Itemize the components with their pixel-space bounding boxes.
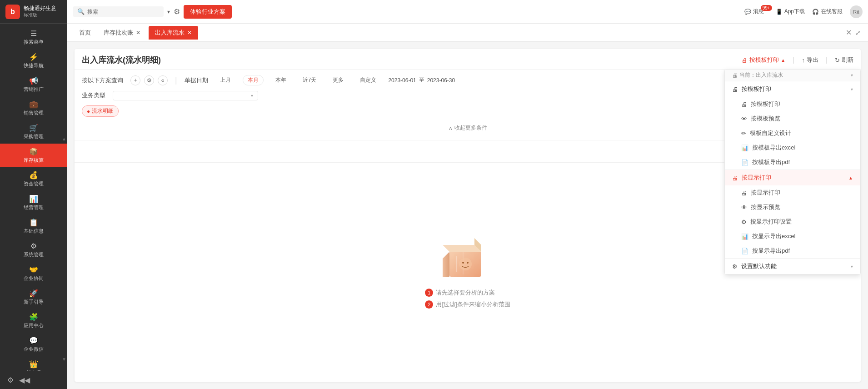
sidebar-item-guide[interactable]: 🚀 新手引导: [0, 285, 67, 309]
set-default-section-header[interactable]: ⚙ 设置默认功能 ▾: [725, 259, 860, 274]
tab-batch-account-close[interactable]: ✕: [136, 30, 140, 36]
dropdown-current-row: 🖨 当前：出入库流水 ▾: [725, 70, 860, 81]
online-service-label: 在线客服: [821, 8, 843, 15]
tab-home[interactable]: 首页: [75, 26, 95, 40]
date-option-this-year[interactable]: 本年: [271, 75, 291, 85]
filter-settings-btn[interactable]: ⚙: [144, 75, 154, 85]
date-option-custom[interactable]: 自定义: [355, 75, 381, 85]
main-area: 🔍 ▾ ⚙ 体验行业方案 💬 消息 99+ 📱 App下载 🎧 在线客服: [67, 0, 868, 389]
date-option-this-month[interactable]: 本月: [243, 75, 264, 85]
user-profile[interactable]: Rit: [850, 5, 863, 18]
sidebar-label-finance: 资金管理: [24, 180, 44, 187]
business-type-select[interactable]: ▾: [113, 91, 258, 100]
sidebar-label-member: 畅会员: [26, 369, 41, 371]
sidebar-item-marketing[interactable]: 📢 营销推广: [0, 73, 67, 96]
selected-scheme-tag[interactable]: ● 流水明细: [82, 105, 119, 117]
headset-icon: 🎧: [812, 9, 819, 15]
print-template-btn[interactable]: 🖨 按模板打印 ▲: [742, 56, 785, 64]
dropdown-item-template-custom[interactable]: ✏ 模板自定义设计: [725, 126, 860, 140]
sidebar-item-cooperation[interactable]: 🤝 企业协同: [0, 262, 67, 285]
filter-collapse-left-btn[interactable]: «: [158, 75, 168, 85]
tab-flow[interactable]: 出入库流水 ✕: [149, 26, 198, 40]
trial-btn[interactable]: 体验行业方案: [184, 5, 232, 19]
sidebar-label-cooperation: 企业协同: [24, 275, 44, 282]
sidebar-item-wechat[interactable]: 💬 企业微信: [0, 333, 67, 356]
sidebar-item-basics[interactable]: 📋 基础信息: [0, 214, 67, 238]
dropdown-item-display-print-settings[interactable]: ⚙ 按显示打印设置: [725, 214, 860, 229]
display-preview-icon: 👁: [741, 204, 747, 211]
dropdown-item-template-export-pdf[interactable]: 📄 按模板导出pdf: [725, 155, 860, 170]
search-menu-icon: ☰: [30, 29, 37, 38]
display-print-item-icon: 🖨: [741, 190, 747, 196]
dropdown-item-display-preview[interactable]: 👁 按显示预览: [725, 200, 860, 214]
date-option-7days[interactable]: 近7天: [298, 75, 321, 85]
sidebar-item-appstore[interactable]: 🧩 应用中心: [0, 309, 67, 333]
tab-flow-close[interactable]: ✕: [187, 30, 192, 36]
sidebar-item-system[interactable]: ⚙ 系统管理: [0, 238, 67, 262]
template-print-section-header[interactable]: 🖨 按模板打印 ▾: [725, 81, 860, 97]
messages-btn[interactable]: 💬 消息 99+: [744, 8, 768, 15]
header-gear-icon[interactable]: ⚙: [174, 7, 180, 16]
tab-bar: 首页 库存批次账 ✕ 出入库流水 ✕ ✕ ⤢: [67, 24, 868, 42]
sidebar-item-search-menu[interactable]: ☰ 搜索菜单: [0, 25, 67, 49]
chevron-up-icon2: ∧: [449, 125, 453, 131]
set-default-section-label: ⚙ 设置默认功能: [732, 262, 777, 270]
filter-separator: |: [175, 75, 177, 85]
dropdown-item-template-print[interactable]: 🖨 按模板打印: [725, 97, 860, 111]
logo-sub: 标准版: [24, 12, 56, 18]
filter-query-label: 按以下方案查询: [82, 76, 123, 85]
sidebar-label-purchase: 采购管理: [24, 133, 44, 140]
sidebar-item-inventory[interactable]: 📦 库存核算: [0, 144, 67, 167]
sidebar-item-purchase[interactable]: 🛒 采购管理: [0, 120, 67, 144]
dropdown-item-display-export-excel[interactable]: 📊 按显示导出excel: [725, 229, 860, 244]
sidebar-label-quick-nav: 快捷导航: [24, 62, 44, 69]
sidebar-item-sales[interactable]: 💼 销售管理: [0, 96, 67, 120]
filter-add-btn[interactable]: ＋: [130, 75, 140, 85]
sidebar-item-finance[interactable]: 💰 资金管理: [0, 167, 67, 191]
refresh-btn[interactable]: ↻ 刷新: [835, 56, 853, 64]
display-print-section-header[interactable]: 🖨 按显示打印 ▲: [725, 170, 860, 185]
date-option-more[interactable]: 更多: [328, 75, 348, 85]
sidebar-item-quick-nav[interactable]: ⚡ 快捷导航: [0, 49, 67, 73]
dropdown-item-template-preview[interactable]: 👁 按模板预览: [725, 111, 860, 126]
settings-bottom-icon[interactable]: ⚙: [7, 376, 14, 384]
system-icon: ⚙: [30, 242, 37, 250]
current-arrow: ▾: [851, 73, 853, 78]
message-icon: 💬: [744, 9, 751, 15]
collapse-sidebar-icon[interactable]: ◀◀: [19, 376, 30, 384]
date-option-last-month[interactable]: 上月: [215, 75, 235, 85]
sidebar-item-operation[interactable]: 📊 经营管理: [0, 191, 67, 214]
tab-batch-account[interactable]: 库存批次账 ✕: [97, 26, 147, 40]
page-maximize-btn[interactable]: ⤢: [855, 29, 861, 36]
page-title: 出入库流水(流水明细): [82, 55, 161, 65]
dropdown-item-template-export-excel[interactable]: 📊 按模板导出excel: [725, 140, 860, 155]
online-service-btn[interactable]: 🎧 在线客服: [812, 8, 843, 15]
page-content: 出入库流水(流水明细) 🖨 按模板打印 ▲ | ↑ 导出 | ↻: [67, 42, 868, 389]
export-btn[interactable]: ↑ 导出: [802, 56, 818, 64]
app-download-btn[interactable]: 📱 App下载: [776, 8, 805, 15]
sidebar-item-member[interactable]: 👑 畅会员: [0, 356, 67, 371]
dropdown-item-display-print[interactable]: 🖨 按显示打印: [725, 185, 860, 200]
member-icon: 👑: [29, 360, 38, 369]
sidebar-label-system: 系统管理: [24, 251, 44, 258]
sidebar-label-sales: 销售管理: [24, 110, 44, 116]
display-pdf-icon: 📄: [741, 248, 748, 254]
tab-batch-account-label: 库存批次账: [104, 29, 133, 37]
empty-steps: 1 请先选择要分析的方案 2 用[过滤]条件来缩小分析范围: [425, 289, 510, 309]
sidebar-label-search-menu: 搜索菜单: [24, 39, 44, 45]
sidebar-scroll-down[interactable]: ▼: [62, 357, 66, 362]
dropdown-item-display-export-pdf[interactable]: 📄 按显示导出pdf: [725, 244, 860, 258]
step-num-2: 2: [425, 300, 433, 309]
sidebar-nav: ☰ 搜索菜单 ⚡ 快捷导航 📢 营销推广 💼 销售管理 🛒 采购管理 📦 库存核…: [0, 24, 67, 371]
sidebar-label-wechat: 企业微信: [24, 346, 44, 353]
search-input[interactable]: [87, 9, 151, 15]
set-default-icon: ⚙: [732, 263, 738, 270]
sidebar-bottom: ⚙ ◀◀: [0, 371, 67, 389]
template-excel-icon: 📊: [741, 145, 748, 151]
header-search-box[interactable]: 🔍: [73, 6, 164, 17]
sidebar-scroll-up[interactable]: ▲: [62, 136, 66, 141]
page-close-btn[interactable]: ✕: [846, 28, 852, 37]
display-excel-icon: 📊: [741, 233, 748, 240]
header-dropdown-arrow[interactable]: ▾: [167, 9, 170, 15]
current-icon: 🖨: [732, 72, 738, 79]
